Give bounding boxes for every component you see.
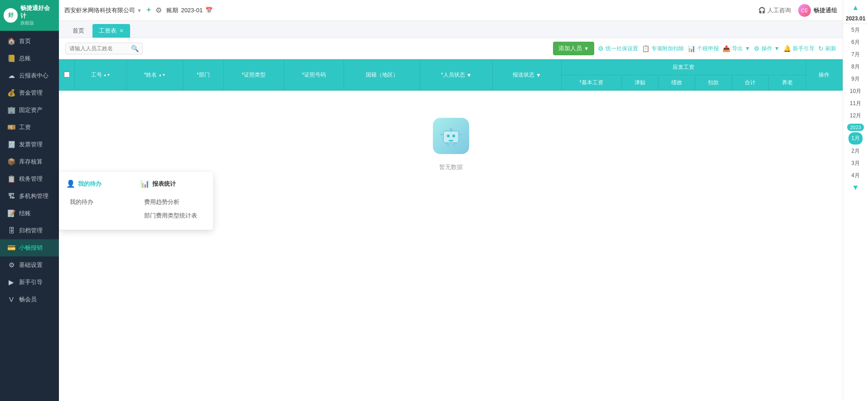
table-container: 工号▲▼ *姓名▲▼ *部门 *证照类型 *证照号码 国籍（地区） *人员状态▼	[59, 59, 843, 401]
number-sort-icon[interactable]: ▲▼	[103, 73, 111, 77]
timeline-item[interactable]: 7月	[847, 48, 864, 61]
search-input[interactable]	[69, 45, 128, 52]
sidebar-item-home[interactable]: 🏠首页	[0, 33, 59, 50]
search-icon: 🔍	[131, 45, 139, 52]
th-number-label: 工号	[91, 71, 102, 79]
dropdown-item-my-todo[interactable]: 我的待办	[66, 195, 131, 209]
support-button[interactable]: 🎧 人工咨询	[758, 6, 791, 14]
special-deduct-action[interactable]: 📋 专项附加扣除	[642, 45, 684, 53]
sidebar-item-fixed-assets[interactable]: 🏢固定资产	[0, 101, 59, 119]
sidebar: 好 畅捷通好会计 旗舰版 🏠首页📒总账☁云报表中心💰资金管理🏢固定资产💴工资🧾发…	[0, 0, 59, 401]
operations-label: 操作	[761, 45, 772, 53]
export-dropdown-arrow: ▼	[745, 45, 750, 52]
tab-home[interactable]: 首页	[66, 24, 91, 38]
tab-salary[interactable]: 工资表✕	[92, 24, 130, 38]
membership-icon: V	[7, 295, 15, 303]
ledger-icon: 📒	[7, 54, 15, 63]
sidebar-item-inventory[interactable]: 📦库存核算	[0, 153, 59, 170]
tabbar: 首页工资表✕	[59, 21, 843, 38]
th-pension: 养老	[769, 75, 805, 91]
operations-dropdown-arrow: ▼	[774, 45, 780, 52]
new-guide-action[interactable]: 🔔 新手引导	[783, 45, 815, 53]
export-icon: 📤	[723, 45, 730, 52]
sidebar-item-salary[interactable]: 💴工资	[0, 119, 59, 136]
sidebar-item-cloud-report[interactable]: ☁云报表中心	[0, 67, 59, 84]
th-dept: *部门	[183, 60, 223, 91]
home-icon: 🏠	[7, 37, 15, 45]
tax-icon: 📋	[7, 175, 15, 183]
refresh-label: 刷新	[825, 45, 836, 53]
refresh-action[interactable]: ↻ 刷新	[818, 45, 836, 53]
social-security-action[interactable]: ⚙ 统一社保设置	[598, 45, 638, 53]
timeline-item[interactable]: 10月	[847, 85, 864, 97]
user-info[interactable]: CE 畅捷通组	[798, 4, 837, 17]
tax-report-action[interactable]: 📊 个税申报	[688, 45, 719, 53]
dropdown-col-label-my-pending: 我的待办	[78, 180, 102, 188]
add-tab-button[interactable]: +	[146, 5, 151, 15]
tab-label-home: 首页	[73, 27, 84, 35]
th-report-status-label: 报送状态	[513, 71, 534, 79]
th-wage-group: 应发工资	[561, 60, 805, 75]
sidebar-item-settlement[interactable]: 📝结账	[0, 205, 59, 222]
th-name-label: *姓名	[144, 71, 157, 79]
name-sort-icon[interactable]: ▲▼	[158, 73, 165, 77]
dropdown-col-header-report-stats[interactable]: 📊报表统计	[141, 179, 206, 191]
tab-label-salary: 工资表	[99, 27, 116, 35]
my-pending-col-icon: 👤	[66, 179, 75, 188]
topbar-settings-icon[interactable]: ⚙	[155, 6, 162, 14]
operations-action[interactable]: ⚙ 操作 ▼	[754, 45, 780, 53]
sidebar-item-new-guide[interactable]: ▶新手引导	[0, 274, 59, 291]
report-filter-icon[interactable]: ▼	[536, 72, 541, 78]
sidebar-item-multi-org[interactable]: 🏗多机构管理	[0, 188, 59, 205]
export-label: 导出	[732, 45, 743, 53]
sidebar-item-basic-settings[interactable]: ⚙基础设置	[0, 256, 59, 274]
timeline-item[interactable]: 4月	[847, 169, 864, 182]
sidebar-item-invoice[interactable]: 🧾发票管理	[0, 136, 59, 153]
timeline-item[interactable]: 5月	[847, 24, 864, 36]
export-action[interactable]: 📤 导出 ▼	[723, 45, 750, 53]
timeline-item[interactable]: 2月	[847, 145, 864, 157]
sidebar-label-new-guide: 新手引导	[19, 278, 43, 286]
company-selector[interactable]: 西安虾米网络科技有限公司 ▼	[64, 6, 142, 14]
select-all-checkbox[interactable]	[64, 72, 70, 77]
sidebar-item-tax[interactable]: 📋税务管理	[0, 170, 59, 188]
status-filter-icon[interactable]: ▼	[466, 72, 472, 78]
empty-robot-icon	[433, 118, 469, 154]
timeline-item[interactable]: 6月	[847, 36, 864, 48]
period-value: 2023-01	[181, 7, 203, 14]
timeline-item[interactable]: 1月	[849, 132, 863, 145]
timeline-item[interactable]: 12月	[847, 110, 864, 122]
sidebar-label-inventory: 库存核算	[19, 158, 43, 166]
dropdown-item-expense-trend[interactable]: 费用趋势分析	[141, 195, 206, 209]
dropdown-item-dept-expense[interactable]: 部门费用类型统计表	[141, 209, 206, 222]
topbar-right: 🎧 人工咨询 CE 畅捷通组	[758, 4, 837, 17]
sidebar-item-fund[interactable]: 💰资金管理	[0, 84, 59, 101]
timeline-scroll-down[interactable]: ▼	[850, 182, 861, 193]
basic-settings-icon: ⚙	[7, 261, 15, 269]
timeline-item[interactable]: 8月	[847, 61, 864, 73]
archive-icon: 🗄	[7, 227, 15, 234]
tab-close-salary[interactable]: ✕	[119, 28, 124, 34]
add-person-button[interactable]: 添加人员 ▼	[553, 42, 594, 55]
social-security-label: 统一社保设置	[606, 45, 638, 53]
th-total: 合计	[732, 75, 769, 91]
timeline-item[interactable]: 11月	[847, 97, 864, 110]
period-label: 账期	[166, 6, 178, 14]
sidebar-label-tax: 税务管理	[19, 175, 43, 183]
invoice-icon: 🧾	[7, 140, 15, 149]
new-guide-icon: 🔔	[783, 45, 791, 52]
timeline-item[interactable]: 9月	[847, 73, 864, 85]
sidebar-item-ledger[interactable]: 📒总账	[0, 50, 59, 67]
calendar-icon[interactable]: 📅	[205, 7, 213, 14]
dropdown-col-header-my-pending[interactable]: 👤我的待办	[66, 179, 131, 191]
sidebar-item-expense[interactable]: 💳小畅报销	[0, 239, 59, 256]
sidebar-label-membership: 畅会员	[19, 295, 37, 304]
timeline-item[interactable]: 3月	[847, 157, 864, 169]
sidebar-item-membership[interactable]: V畅会员	[0, 291, 59, 308]
new-guide-label: 新手引导	[793, 45, 815, 53]
fixed-assets-icon: 🏢	[7, 106, 15, 114]
timeline-scroll-up[interactable]: ▲	[850, 2, 861, 14]
settlement-icon: 📝	[7, 209, 15, 217]
sidebar-item-archive[interactable]: 🗄归档管理	[0, 222, 59, 239]
company-dropdown-arrow: ▼	[137, 8, 142, 13]
